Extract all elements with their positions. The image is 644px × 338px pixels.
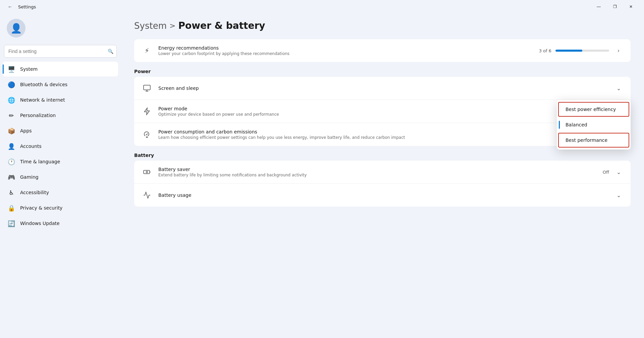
sidebar-label-update: Windows Update xyxy=(20,221,60,226)
energy-progress-bar xyxy=(555,50,609,52)
title-bar: ← Settings — ❐ ✕ xyxy=(0,0,644,13)
back-button[interactable]: ← xyxy=(5,2,15,11)
battery-saver-icon xyxy=(141,166,153,178)
power-mode-dropdown: Best power efficiency Balanced Best perf… xyxy=(557,100,631,150)
battery-usage-right: ⌄ xyxy=(613,190,624,201)
battery-usage-row[interactable]: Battery usage ⌄ xyxy=(134,184,631,207)
screen-sleep-title: Screen and sleep xyxy=(158,86,608,91)
dropdown-label-best-perf: Best performance xyxy=(566,137,607,143)
dropdown-item-best-perf[interactable]: Best performance xyxy=(558,133,629,148)
power-mode-icon xyxy=(141,105,153,117)
energy-progress-fill xyxy=(555,50,582,52)
battery-saver-text: Battery saver Extend battery life by lim… xyxy=(158,167,597,177)
window-controls: — ❐ ✕ xyxy=(591,0,639,13)
power-mode-row[interactable]: Power mode Optimize your device based on… xyxy=(134,100,631,123)
sidebar-label-personalization: Personalization xyxy=(20,113,56,118)
sidebar-item-network[interactable]: 🌐 Network & internet xyxy=(3,93,118,107)
energy-text: Energy recommendations Lower your carbon… xyxy=(158,45,534,56)
page-title: Power & battery xyxy=(178,20,265,31)
sidebar-label-gaming: Gaming xyxy=(20,174,39,180)
dropdown-label-balanced: Balanced xyxy=(566,122,587,127)
sidebar-label-accessibility: Accessibility xyxy=(20,190,49,195)
battery-saver-status: Off xyxy=(603,170,609,175)
battery-usage-chevron[interactable]: ⌄ xyxy=(613,190,624,201)
search-box: 🔍 xyxy=(4,45,117,58)
power-consumption-title: Power consumption and carbon emissions xyxy=(158,129,614,134)
user-profile: 👤 xyxy=(3,13,118,44)
sidebar-label-accounts: Accounts xyxy=(20,144,42,149)
energy-title: Energy recommendations xyxy=(158,45,534,51)
maximize-button[interactable]: ❐ xyxy=(607,0,623,13)
energy-chevron[interactable]: › xyxy=(613,45,624,56)
sidebar-label-apps: Apps xyxy=(20,128,32,133)
sidebar-label-network: Network & internet xyxy=(20,97,65,103)
dropdown-item-balanced[interactable]: Balanced xyxy=(558,117,629,132)
dropdown-label-best-power: Best power efficiency xyxy=(566,107,616,112)
energy-desc: Lower your carbon footprint by applying … xyxy=(158,51,534,56)
power-mode-desc: Optimize your device based on power use … xyxy=(158,112,624,117)
power-consumption-text: Power consumption and carbon emissions L… xyxy=(158,129,614,140)
sidebar-item-accessibility[interactable]: ♿ Accessibility xyxy=(3,185,118,200)
sidebar-item-update[interactable]: 🔄 Windows Update xyxy=(3,216,118,231)
network-icon: 🌐 xyxy=(7,96,15,104)
accessibility-icon: ♿ xyxy=(7,188,15,196)
battery-card-group: Battery saver Extend battery life by lim… xyxy=(134,161,631,207)
screen-sleep-right: ⌄ xyxy=(613,83,624,94)
personalization-icon: ✏️ xyxy=(7,111,15,119)
power-mode-text: Power mode Optimize your device based on… xyxy=(158,106,624,117)
update-icon: 🔄 xyxy=(7,219,15,227)
minimize-button[interactable]: — xyxy=(591,0,606,13)
power-card-group: Screen and sleep ⌄ Power mode Opti xyxy=(134,77,631,146)
search-input[interactable] xyxy=(4,45,117,58)
sidebar-item-gaming[interactable]: 🎮 Gaming xyxy=(3,170,118,184)
close-button[interactable]: ✕ xyxy=(623,0,639,13)
system-icon: 🖥️ xyxy=(7,65,15,73)
user-icon: 👤 xyxy=(10,23,22,34)
screen-sleep-chevron[interactable]: ⌄ xyxy=(613,83,624,94)
avatar: 👤 xyxy=(7,19,25,38)
screen-sleep-row[interactable]: Screen and sleep ⌄ xyxy=(134,77,631,100)
battery-usage-icon xyxy=(141,189,153,201)
app-body: 👤 🔍 🖥️ System 🔵 Bluetooth & devices 🌐 Ne… xyxy=(0,13,644,338)
gaming-icon: 🎮 xyxy=(7,173,15,181)
energy-progress-text: 3 of 6 xyxy=(539,48,551,53)
battery-saver-desc: Extend battery life by limiting some not… xyxy=(158,173,597,177)
sidebar-item-accounts[interactable]: 👤 Accounts xyxy=(3,139,118,154)
energy-recommendations-card[interactable]: ⚡ Energy recommendations Lower your carb… xyxy=(134,39,631,62)
sidebar-item-bluetooth[interactable]: 🔵 Bluetooth & devices xyxy=(3,77,118,92)
app-title: Settings xyxy=(18,4,588,9)
energy-right: 3 of 6 › xyxy=(539,45,624,56)
power-section-label: Power xyxy=(134,69,631,74)
battery-saver-row[interactable]: Battery saver Extend battery life by lim… xyxy=(134,161,631,184)
time-icon: 🕐 xyxy=(7,158,15,166)
svg-rect-0 xyxy=(144,85,150,90)
battery-saver-title: Battery saver xyxy=(158,167,597,172)
breadcrumb-parent[interactable]: System xyxy=(134,21,167,31)
sidebar: 👤 🔍 🖥️ System 🔵 Bluetooth & devices 🌐 Ne… xyxy=(0,13,121,338)
power-consumption-icon xyxy=(141,128,153,140)
search-icon: 🔍 xyxy=(108,49,113,54)
energy-card-row: ⚡ Energy recommendations Lower your carb… xyxy=(134,39,631,62)
sidebar-item-personalization[interactable]: ✏️ Personalization xyxy=(3,108,118,123)
battery-usage-title: Battery usage xyxy=(158,192,608,198)
sidebar-item-time[interactable]: 🕐 Time & language xyxy=(3,154,118,169)
battery-saver-chevron[interactable]: ⌄ xyxy=(613,167,624,177)
bluetooth-icon: 🔵 xyxy=(7,80,15,89)
sidebar-label-privacy: Privacy & security xyxy=(20,205,62,211)
dropdown-item-best-power[interactable]: Best power efficiency xyxy=(558,102,629,117)
battery-section-label: Battery xyxy=(134,153,631,158)
accounts-icon: 👤 xyxy=(7,142,15,150)
sidebar-item-privacy[interactable]: 🔒 Privacy & security xyxy=(3,201,118,215)
apps-icon: 📦 xyxy=(7,127,15,135)
battery-saver-right: Off ⌄ xyxy=(603,167,624,177)
content-area: System > Power & battery ⚡ Energy recomm… xyxy=(121,13,644,338)
page-header: System > Power & battery xyxy=(134,20,631,31)
screen-sleep-icon xyxy=(141,82,153,94)
sidebar-item-system[interactable]: 🖥️ System xyxy=(3,62,118,76)
screen-sleep-text: Screen and sleep xyxy=(158,86,608,91)
sidebar-label-system: System xyxy=(20,66,38,72)
power-mode-container: Power mode Optimize your device based on… xyxy=(134,100,631,123)
power-consumption-row[interactable]: Power consumption and carbon emissions L… xyxy=(134,123,631,146)
energy-icon: ⚡ xyxy=(141,45,153,57)
sidebar-item-apps[interactable]: 📦 Apps xyxy=(3,123,118,138)
